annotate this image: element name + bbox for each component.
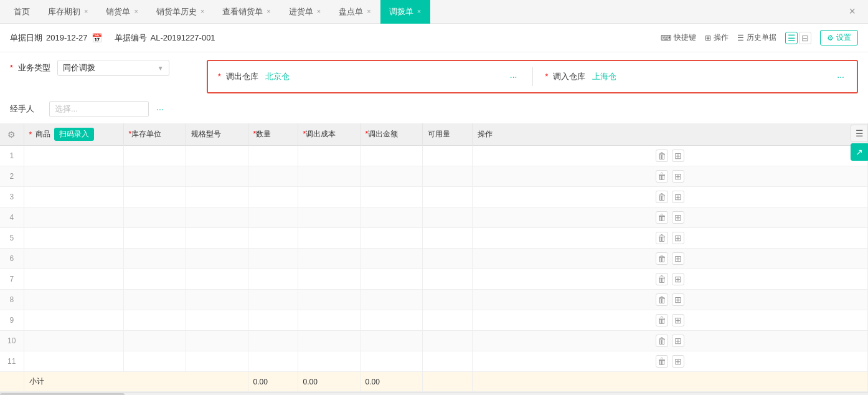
- delete-row-btn[interactable]: 🗑: [656, 293, 668, 306]
- bill-number-field: 单据编号 AL-20191227-001: [115, 32, 215, 44]
- scan-barcode-btn[interactable]: 扫码录入: [54, 128, 94, 141]
- th-spec: 规格型号: [186, 123, 248, 146]
- th-transfer-cost: *调出成本: [298, 123, 360, 146]
- horizontal-scrollbar[interactable]: [0, 392, 868, 395]
- handler-placeholder: 选择...: [55, 103, 143, 115]
- th-transfer-amount: *调出金额: [360, 123, 422, 146]
- handler-more-btn[interactable]: ···: [154, 104, 166, 114]
- handler-select[interactable]: 选择...: [49, 101, 149, 117]
- warehouse-out-label: 调出仓库: [226, 71, 260, 82]
- table-body: 1🗑⊞ 2🗑⊞ 3🗑⊞ 4🗑⊞ 5🗑⊞ 6🗑⊞ 7🗑⊞ 8🗑⊞ 9🗑⊞ 10🗑⊞…: [0, 146, 868, 392]
- delete-row-btn[interactable]: 🗑: [656, 273, 668, 285]
- copy-row-btn[interactable]: ⊞: [672, 211, 684, 224]
- history-btn[interactable]: ☰ 历史单据: [737, 32, 776, 43]
- grid-icon: ⊞: [705, 34, 711, 42]
- operations-btn[interactable]: ⊞ 操作: [705, 32, 729, 43]
- copy-row-btn[interactable]: ⊞: [672, 293, 684, 306]
- list-view-btn[interactable]: ☰: [785, 32, 798, 44]
- warehouse-out-star: *: [218, 72, 221, 81]
- business-type-field: * 业务类型 同价调拨 ▼: [10, 60, 197, 76]
- table-row: 6🗑⊞: [0, 249, 868, 269]
- delete-row-btn[interactable]: 🗑: [656, 170, 668, 183]
- th-actions: 操作: [472, 123, 868, 146]
- warehouse-in-star: *: [545, 72, 549, 81]
- warehouse-out-field: * 调出仓库 北京仓 ···: [218, 71, 520, 82]
- warehouse-out-more-btn[interactable]: ···: [507, 72, 520, 82]
- delete-row-btn[interactable]: 🗑: [656, 150, 668, 162]
- th-gear: ⚙: [0, 123, 24, 146]
- table-row: 1🗑⊞: [0, 146, 868, 166]
- tab-sales-order[interactable]: 销货单 ×: [97, 0, 147, 24]
- tab-home[interactable]: 首页: [5, 0, 39, 24]
- table-wrapper: ⚙ * 商品 扫码录入 *库存单位 规格型号 *数量 *调出成本: [0, 123, 868, 395]
- tab-close-purchase[interactable]: ×: [317, 8, 321, 15]
- notes-float-btn[interactable]: ☰: [851, 125, 868, 142]
- copy-row-btn[interactable]: ⊞: [672, 335, 684, 347]
- right-float-panel: ☰ ↗: [851, 125, 868, 161]
- table-row: 8🗑⊞: [0, 290, 868, 310]
- copy-row-btn[interactable]: ⊞: [672, 252, 684, 265]
- copy-row-btn[interactable]: ⊞: [672, 314, 684, 326]
- th-available: 可用量: [422, 123, 472, 146]
- table-row: 10🗑⊞: [0, 331, 868, 351]
- th-quantity: *数量: [248, 123, 298, 146]
- tab-close-sales-history[interactable]: ×: [200, 8, 204, 15]
- grid-view-btn[interactable]: ⊟: [799, 32, 811, 44]
- warehouse-divider: [532, 67, 533, 86]
- delete-row-btn[interactable]: 🗑: [656, 314, 668, 326]
- warehouse-in-field: * 调入仓库 上海仓 ···: [545, 71, 847, 82]
- tab-close-inventory[interactable]: ×: [367, 8, 370, 15]
- business-type-star: *: [10, 64, 13, 72]
- copy-row-btn[interactable]: ⊞: [672, 355, 684, 368]
- copy-row-btn[interactable]: ⊞: [672, 232, 684, 244]
- transfer-table: ⚙ * 商品 扫码录入 *库存单位 规格型号 *数量 *调出成本: [0, 123, 868, 392]
- tab-view-sales[interactable]: 查看销货单 ×: [214, 0, 280, 24]
- tab-close-sales-order[interactable]: ×: [134, 8, 138, 15]
- date-field: 单据日期 2019-12-27 📅: [10, 32, 102, 44]
- tab-sales-history[interactable]: 销货单历史 ×: [148, 0, 214, 24]
- subtotal-transfer-cost: 0.00: [298, 372, 360, 392]
- handler-label: 经手人: [10, 103, 44, 115]
- delete-row-btn[interactable]: 🗑: [656, 232, 668, 244]
- subtotal-transfer-amount: 0.00: [360, 372, 422, 392]
- warehouse-in-more-btn[interactable]: ···: [834, 72, 847, 82]
- business-type-select[interactable]: 同价调拨 ▼: [57, 60, 169, 76]
- delete-row-btn[interactable]: 🗑: [656, 355, 668, 368]
- delete-row-btn[interactable]: 🗑: [656, 335, 668, 347]
- table-row: 5🗑⊞: [0, 228, 868, 249]
- gear-settings-icon[interactable]: ⚙: [5, 130, 19, 140]
- warehouse-in-label: 调入仓库: [553, 71, 587, 82]
- copy-row-btn[interactable]: ⊞: [672, 273, 684, 285]
- external-link-float-btn[interactable]: ↗: [851, 143, 868, 161]
- date-value[interactable]: 2019-12-27: [46, 33, 88, 42]
- settings-button[interactable]: ⚙ 设置: [820, 30, 858, 45]
- form-area: * 业务类型 同价调拨 ▼ * 调出仓库 北京仓 ··· * 调入仓库 上海仓: [0, 52, 868, 98]
- tab-close-view-sales[interactable]: ×: [267, 8, 270, 15]
- tab-stock-init[interactable]: 库存期初 ×: [39, 0, 97, 24]
- shortcuts-btn[interactable]: ⌨ 快捷键: [661, 32, 696, 43]
- tab-close-transfer[interactable]: ×: [417, 8, 421, 15]
- bill-label: 单据编号: [115, 32, 147, 44]
- header-row: 单据日期 2019-12-27 📅 单据编号 AL-20191227-001 ⌨…: [0, 24, 868, 52]
- business-type-value: 同价调拨: [63, 62, 155, 74]
- table-row: 7🗑⊞: [0, 269, 868, 290]
- copy-row-btn[interactable]: ⊞: [672, 170, 684, 183]
- delete-row-btn[interactable]: 🗑: [656, 211, 668, 224]
- tab-purchase[interactable]: 进货单 ×: [280, 0, 330, 24]
- subtotal-quantity: 0.00: [248, 372, 298, 392]
- tab-bar: 首页 库存期初 × 销货单 × 销货单历史 × 查看销货单 × 进货单 × 盘点…: [0, 0, 868, 24]
- date-label: 单据日期: [10, 32, 42, 44]
- copy-row-btn[interactable]: ⊞: [672, 150, 684, 162]
- tab-inventory[interactable]: 盘点单 ×: [330, 0, 380, 24]
- business-type-label: 业务类型: [18, 62, 52, 74]
- calendar-icon[interactable]: 📅: [92, 33, 102, 43]
- table-row: 9🗑⊞: [0, 310, 868, 331]
- copy-row-btn[interactable]: ⊞: [672, 191, 684, 203]
- delete-row-btn[interactable]: 🗑: [656, 252, 668, 265]
- delete-row-btn[interactable]: 🗑: [656, 191, 668, 203]
- tab-close-stock-init[interactable]: ×: [84, 8, 88, 15]
- tab-transfer[interactable]: 调拨单 ×: [380, 0, 430, 24]
- window-close-button[interactable]: ×: [841, 5, 863, 18]
- handler-row: 经手人 选择... ···: [0, 98, 868, 123]
- view-toggle-group: ☰ ⊟: [785, 32, 811, 44]
